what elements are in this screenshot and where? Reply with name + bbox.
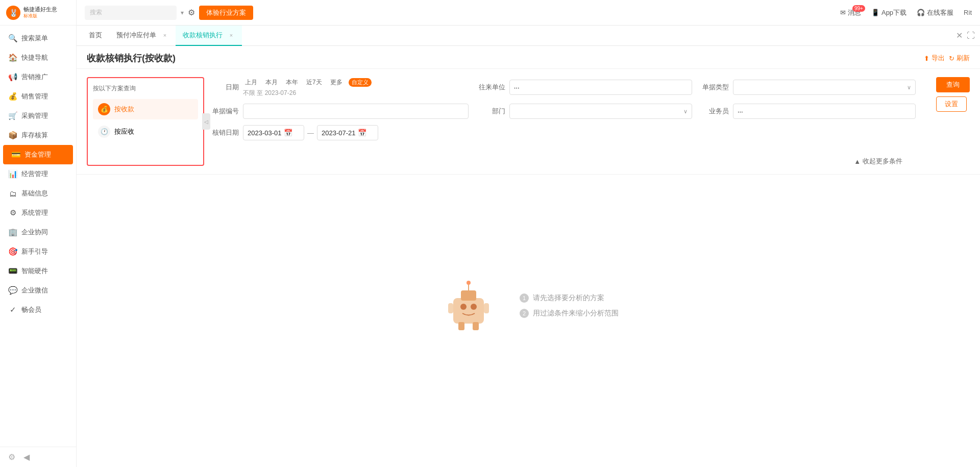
hint-num-2: 2 (520, 309, 529, 318)
date-shortcut-last-month[interactable]: 上月 (243, 77, 259, 88)
empty-illustration (438, 275, 499, 336)
hint-text-1: 请先选择要分析的方案 (533, 293, 604, 303)
filter-row-3: 核销日期 2023-03-01 📅 — 2023-07-21 (212, 125, 916, 140)
filter-row-1: 日期 上月 本月 本年 近7天 更多 自定义 (212, 77, 916, 97)
refresh-button[interactable]: ↻ 刷新 (949, 54, 970, 63)
svg-rect-0 (453, 298, 484, 324)
service-icon: 🎧 (917, 9, 925, 16)
tab-home-label: 首页 (89, 31, 102, 40)
message-btn[interactable]: ✉ 消息 99+ (840, 8, 861, 17)
page-title-actions: ⬆ 导出 ↻ 刷新 (924, 54, 970, 63)
settings-gear-icon[interactable]: ⚙ (188, 8, 195, 17)
salesperson-select[interactable]: ··· (733, 104, 916, 119)
online-service-btn[interactable]: 🎧 在线客服 (917, 8, 953, 17)
sidebar-item-system[interactable]: ⚙ 系统管理 (0, 203, 76, 223)
tab-maximize-icon[interactable]: ⛶ (967, 31, 975, 40)
verify-date-field-group: 核销日期 2023-03-01 📅 — 2023-07-21 (212, 125, 916, 140)
svg-rect-4 (448, 303, 453, 313)
calendar-start-icon: 📅 (284, 129, 292, 137)
sidebar-item-marketing[interactable]: 📢 营销推广 (0, 67, 76, 87)
filter-fields-section: 日期 上月 本月 本年 近7天 更多 自定义 (204, 69, 926, 151)
sidebar-item-operation[interactable]: 📊 经营管理 (0, 164, 76, 184)
sidebar-nav: 🔍 搜索菜单 🏠 快捷导航 📢 营销推广 💰 销售管理 🛒 采购管理 📦 库存核… (0, 26, 76, 447)
export-label: 导出 (932, 54, 945, 63)
sidebar-item-label: 智能硬件 (21, 266, 48, 276)
user-name[interactable]: Rit (964, 9, 972, 16)
export-button[interactable]: ⬆ 导出 (924, 54, 945, 63)
sidebar-item-quick-nav[interactable]: 🏠 快捷导航 (0, 48, 76, 67)
sidebar-item-label: 基础信息 (21, 189, 48, 198)
svg-point-3 (471, 304, 477, 310)
tab-home[interactable]: 首页 (82, 26, 109, 46)
tab-receipt-verify-label: 收款核销执行 (183, 31, 223, 40)
empty-state: 1 请先选择要分析的方案 2 用过滤条件来缩小分析范围 (77, 175, 980, 467)
sidebar-item-search[interactable]: 🔍 搜索菜单 (0, 29, 76, 48)
svg-point-2 (460, 304, 467, 310)
sidebar-item-base-info[interactable]: 🗂 基础信息 (0, 184, 76, 203)
collapse-chevron-icon: ▲ (854, 158, 861, 165)
sales-icon: 💰 (8, 92, 17, 101)
header-search-box[interactable]: 搜索 (85, 6, 177, 20)
wx-icon: 💬 (8, 286, 17, 295)
calendar-end-icon: 📅 (358, 129, 366, 137)
filter-receipt-icon: 💰 (98, 103, 110, 115)
system-icon: ⚙ (8, 208, 17, 217)
doc-type-select[interactable]: ∨ (733, 80, 916, 95)
settings-icon[interactable]: ⚙ (8, 452, 15, 462)
collapse-more-btn[interactable]: ▲ 收起更多条件 (851, 154, 905, 169)
filter-option-by-receivable[interactable]: 🕐 按应收 (93, 121, 198, 142)
department-select[interactable]: ∨ (509, 104, 692, 119)
filter-receivable-label: 按应收 (114, 127, 134, 136)
sidebar-item-finance[interactable]: 💳 资金管理 (3, 145, 73, 164)
app-download-btn[interactable]: 📱 App下载 (871, 8, 906, 17)
sidebar-item-purchase[interactable]: 🛒 采购管理 (0, 106, 76, 126)
sidebar-item-guide[interactable]: 🎯 新手引导 (0, 242, 76, 261)
verify-date-start-input[interactable]: 2023-03-01 📅 (243, 125, 304, 140)
doc-number-label: 单据编号 (212, 107, 239, 116)
sidebar-item-sales[interactable]: 💰 销售管理 (0, 87, 76, 106)
doc-number-input[interactable] (243, 104, 469, 119)
tab-receipt-verify-close-icon[interactable]: × (228, 32, 235, 39)
date-shortcut-this-month[interactable]: 本月 (263, 77, 280, 88)
counterparty-field-group: 往来单位 ··· (479, 80, 692, 95)
sidebar-item-smart-hw[interactable]: 📟 智能硬件 (0, 261, 76, 281)
collapse-filter-panel-btn[interactable]: ◁ (202, 113, 210, 130)
sidebar-item-label: 库存核算 (21, 131, 48, 140)
date-shortcut-this-year[interactable]: 本年 (284, 77, 300, 88)
page-title-bar: 收款核销执行(按收款) ⬆ 导出 ↻ 刷新 (77, 46, 980, 69)
sidebar-item-label: 快捷导航 (21, 53, 48, 62)
date-shortcuts-area: 上月 本月 本年 近7天 更多 自定义 不限 至 2023-07-26 (243, 77, 372, 97)
salesperson-field-group: 业务员 ··· (702, 104, 916, 119)
collapse-more-row: ▲ 收起更多条件 (204, 151, 926, 174)
dropdown-icon[interactable]: ▾ (181, 9, 184, 16)
trial-btn[interactable]: 体验行业方案 (199, 6, 253, 20)
date-shortcut-7days[interactable]: 近7天 (304, 77, 324, 88)
department-label: 部门 (479, 107, 505, 116)
export-icon: ⬆ (924, 55, 929, 62)
filter-panel-title: 按以下方案查询 (93, 84, 198, 93)
counterparty-select[interactable]: ··· (509, 80, 692, 95)
svg-rect-1 (461, 290, 476, 301)
date-custom-badge[interactable]: 自定义 (349, 78, 372, 87)
tab-close-all-icon[interactable]: ✕ (956, 31, 963, 40)
department-field-group: 部门 ∨ (479, 104, 692, 119)
verify-date-range: 2023-03-01 📅 — 2023-07-21 📅 (243, 125, 378, 140)
sidebar-item-wx[interactable]: 💬 企业微信 (0, 281, 76, 300)
date-shortcut-more[interactable]: 更多 (328, 77, 345, 88)
verify-date-end-input[interactable]: 2023-07-21 📅 (317, 125, 378, 140)
collapse-sidebar-icon[interactable]: ◀ (23, 452, 30, 462)
message-icon: ✉ (840, 9, 846, 16)
counterparty-dots: ··· (514, 84, 520, 91)
tab-prepay-close-icon[interactable]: × (161, 32, 168, 39)
setting-button[interactable]: 设置 (936, 96, 967, 112)
sidebar-item-member[interactable]: ✓ 畅会员 (0, 300, 76, 319)
sidebar-item-enterprise[interactable]: 🏢 企业协同 (0, 223, 76, 242)
sidebar-item-label: 企业微信 (21, 286, 48, 295)
query-button[interactable]: 查询 (936, 77, 970, 92)
filter-option-by-receipt[interactable]: 💰 按收款 (93, 99, 198, 119)
app-logo: 🐰 畅捷通好生意 标准版 (0, 0, 76, 26)
tab-prepay[interactable]: 预付冲应付单 × (109, 26, 176, 46)
filter-row-2: 单据编号 部门 ∨ (212, 104, 916, 119)
sidebar-item-inventory[interactable]: 📦 库存核算 (0, 126, 76, 145)
tab-receipt-verify[interactable]: 收款核销执行 × (176, 26, 242, 46)
